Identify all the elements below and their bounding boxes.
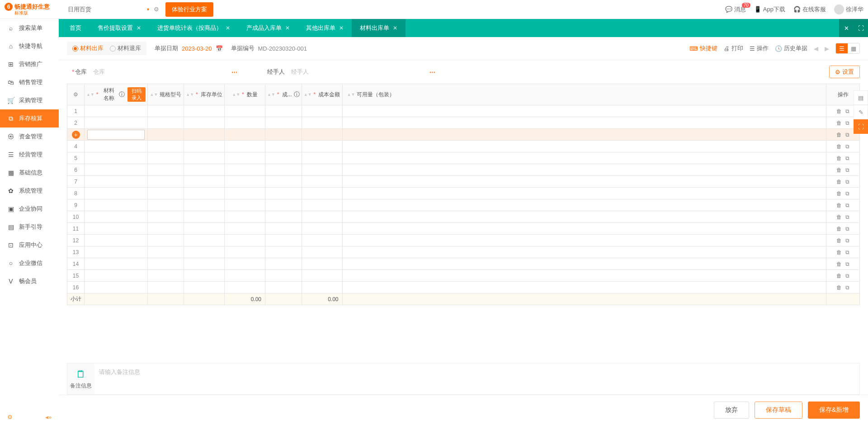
copy-icon[interactable]: ⧉: [845, 155, 849, 161]
download-button[interactable]: 📱 App下载: [754, 5, 785, 14]
delete-icon[interactable]: 🗑: [836, 226, 842, 232]
table-row[interactable]: 6🗑⧉: [67, 164, 860, 176]
save-draft-button[interactable]: 保存草稿: [755, 401, 802, 419]
col-unit[interactable]: ▲▼*库存单位: [184, 84, 225, 105]
col-qty[interactable]: ▲▼*数量: [225, 84, 265, 105]
settings-button[interactable]: ⚙设置: [829, 66, 860, 78]
sidebar-item-apps[interactable]: ⊡应用中心: [0, 236, 59, 254]
table-row[interactable]: 9🗑⧉: [67, 199, 860, 211]
print-button[interactable]: 🖨打印: [724, 44, 743, 52]
sidebar-item-collab[interactable]: ▣企业协同: [0, 200, 59, 218]
business-selector[interactable]: 日用百货 ▾: [68, 5, 149, 14]
copy-icon[interactable]: ⧉: [845, 237, 849, 244]
sidebar-item-purchase[interactable]: 🛒采购管理: [0, 91, 59, 109]
table-row[interactable]: 1🗑⧉: [67, 105, 860, 117]
table-row[interactable]: 13🗑⧉: [67, 246, 860, 258]
material-input[interactable]: [87, 130, 145, 140]
sidebar-item-finance[interactable]: ㉿资金管理: [0, 128, 59, 146]
delete-icon[interactable]: 🗑: [836, 155, 842, 161]
copy-icon[interactable]: ⧉: [845, 120, 849, 126]
sidebar-item-search[interactable]: ⌕搜索菜单: [0, 19, 59, 37]
delete-icon[interactable]: 🗑: [836, 179, 842, 185]
discard-button[interactable]: 放弃: [714, 401, 749, 419]
tab-price-settings[interactable]: 售价提取设置✕: [90, 19, 149, 37]
radio-material-return[interactable]: 材料退库: [110, 44, 141, 52]
copy-icon[interactable]: ⧉: [845, 249, 849, 255]
table-row[interactable]: +🗑⧉: [67, 129, 860, 141]
delete-icon[interactable]: 🗑: [836, 167, 842, 173]
tab-home[interactable]: 首页: [61, 19, 90, 37]
table-row[interactable]: 14🗑⧉: [67, 258, 860, 270]
delete-icon[interactable]: 🗑: [836, 284, 842, 291]
sidebar-item-wechat[interactable]: ○企业微信: [0, 254, 59, 272]
add-row-icon[interactable]: +: [72, 131, 80, 139]
calendar-icon[interactable]: 📅: [216, 45, 223, 52]
delete-icon[interactable]: 🗑: [836, 132, 842, 138]
close-icon[interactable]: ✕: [137, 25, 141, 31]
history-button[interactable]: 🕓历史单据: [775, 44, 807, 52]
close-icon[interactable]: ✕: [285, 25, 290, 31]
delete-icon[interactable]: 🗑: [836, 249, 842, 255]
radio-material-out[interactable]: 材料出库: [72, 44, 104, 52]
tab-material-out[interactable]: 材料出库单✕: [352, 19, 406, 37]
cta-button[interactable]: 体验行业方案: [165, 2, 213, 17]
collapse-icon[interactable]: ◂»: [45, 414, 52, 420]
remark-input[interactable]: [94, 364, 859, 394]
settings-icon[interactable]: ⚙: [7, 414, 13, 420]
user-menu[interactable]: 徐泽华: [834, 5, 863, 14]
copy-icon[interactable]: ⧉: [845, 132, 849, 138]
sidebar-item-marketing[interactable]: ⊞营销推广: [0, 55, 59, 73]
view-list-icon[interactable]: ☰: [836, 43, 848, 53]
next-icon[interactable]: ▶: [825, 45, 829, 52]
service-button[interactable]: 🎧 在线客服: [793, 5, 826, 14]
table-row[interactable]: 4🗑⧉: [67, 141, 860, 152]
copy-icon[interactable]: ⧉: [845, 273, 849, 279]
close-icon[interactable]: ✕: [393, 25, 397, 31]
col-material[interactable]: ▲▼*材料名称ⓘ扫码录入: [85, 84, 148, 105]
sidebar-item-vip[interactable]: V畅会员: [0, 272, 59, 290]
col-cost[interactable]: ▲▼*成...ⓘ: [265, 84, 302, 105]
copy-icon[interactable]: ⧉: [845, 167, 849, 173]
col-settings[interactable]: ⚙: [67, 84, 85, 105]
copy-icon[interactable]: ⧉: [845, 261, 849, 267]
delete-icon[interactable]: 🗑: [836, 237, 842, 244]
hotkey-button[interactable]: ⌨快捷键: [689, 44, 717, 52]
copy-icon[interactable]: ⧉: [845, 214, 849, 220]
tab-purchase-report[interactable]: 进货单统计表（按商品）✕: [149, 19, 238, 37]
delete-icon[interactable]: 🗑: [836, 214, 842, 220]
col-avail[interactable]: ▲▼可用量（包装）: [342, 84, 826, 105]
warehouse-more-icon[interactable]: ⋯: [231, 69, 238, 76]
table-row[interactable]: 8🗑⧉: [67, 188, 860, 199]
sidebar-item-operation[interactable]: ☰经营管理: [0, 146, 59, 164]
table-row[interactable]: 16🗑⧉: [67, 282, 860, 293]
copy-icon[interactable]: ⧉: [845, 284, 849, 291]
col-spec[interactable]: ▲▼规格型号: [148, 84, 184, 105]
tab-expand[interactable]: ⛶: [854, 19, 868, 37]
sidebar-item-quicknav[interactable]: ⌂快捷导航: [0, 37, 59, 55]
copy-icon[interactable]: ⧉: [845, 108, 849, 114]
sidebar-item-guide[interactable]: ▤新手引导: [0, 218, 59, 236]
scan-tag[interactable]: 扫码录入: [127, 87, 146, 102]
table-row[interactable]: 10🗑⧉: [67, 211, 860, 223]
sidebar-item-system[interactable]: ✿系统管理: [0, 182, 59, 200]
tab-other-out[interactable]: 其他出库单✕: [298, 19, 352, 37]
delete-icon[interactable]: 🗑: [836, 190, 842, 197]
close-icon[interactable]: ✕: [226, 25, 230, 31]
help-icon[interactable]: ⓘ: [294, 90, 300, 99]
delete-icon[interactable]: 🗑: [836, 202, 842, 208]
handler-more-icon[interactable]: ⋯: [429, 69, 436, 76]
copy-icon[interactable]: ⧉: [845, 190, 849, 197]
handler-input[interactable]: [289, 66, 425, 77]
date-value[interactable]: 2023-03-20: [182, 45, 212, 52]
save-new-button[interactable]: 保存&新增: [808, 401, 860, 419]
copy-icon[interactable]: ⧉: [845, 202, 849, 208]
help-icon[interactable]: ⓘ: [119, 90, 125, 99]
table-row[interactable]: 2🗑⧉: [67, 117, 860, 129]
view-card-icon[interactable]: ▦: [848, 43, 859, 53]
delete-icon[interactable]: 🗑: [836, 273, 842, 279]
sidebar-item-inventory[interactable]: ⧉库存核算: [0, 109, 59, 128]
gear-icon[interactable]: ⚙: [154, 6, 159, 13]
sidebar-item-basedata[interactable]: ▦基础信息: [0, 164, 59, 182]
table-row[interactable]: 7🗑⧉: [67, 176, 860, 188]
col-amount[interactable]: ▲▼*成本金额: [302, 84, 342, 105]
